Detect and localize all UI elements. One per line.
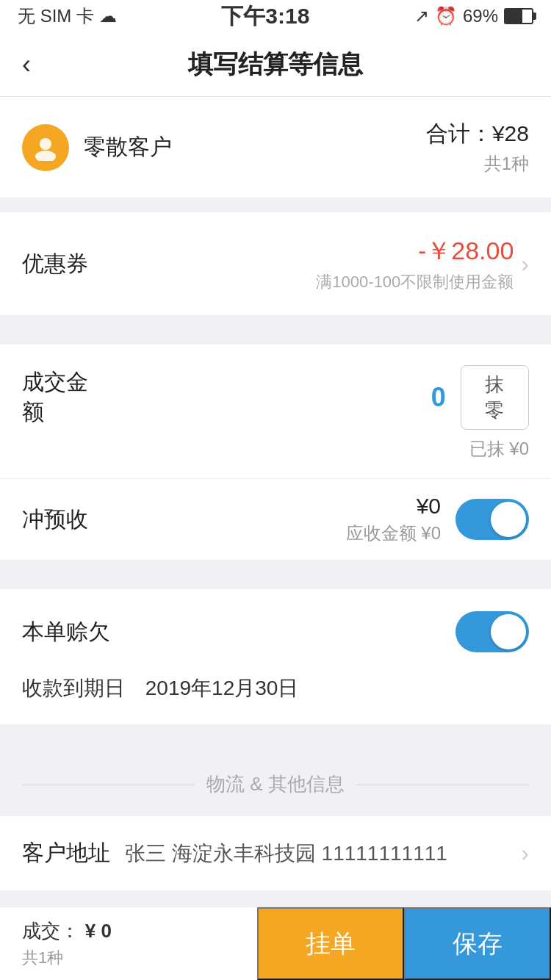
advance-row: 冲预收 ¥0 应收金额 ¥0: [0, 478, 551, 560]
status-bar: 无 SIM 卡 ☁ 下午3:18 ↗ ⏰ 69%: [0, 0, 551, 32]
bottom-deal-count: 共1种: [22, 947, 235, 969]
coupon-section: 优惠券 -￥28.00 满1000-100不限制使用金额 ›: [0, 212, 551, 315]
coupon-amount: -￥28.00: [316, 234, 514, 268]
deal-amount-label: 成交金额: [22, 367, 109, 428]
location-icon: ↗: [414, 6, 429, 26]
debit-toggle[interactable]: [455, 611, 529, 652]
bottom-deal-label-row: 成交： ¥ 0: [22, 918, 235, 944]
status-time: 下午3:18: [221, 1, 309, 32]
status-left: 无 SIM 卡 ☁: [18, 4, 117, 28]
coupon-row[interactable]: 优惠券 -￥28.00 满1000-100不限制使用金额 ›: [0, 212, 551, 315]
deal-amount-input[interactable]: [109, 382, 445, 413]
hold-button[interactable]: 挂单: [257, 907, 404, 980]
total-count: 共1种: [426, 152, 529, 176]
logistics-label: 物流 & 其他信息: [195, 771, 356, 797]
section-gap-2: [0, 574, 551, 589]
advance-receivable: 应收金额 ¥0: [346, 522, 441, 545]
customer-total: 合计：¥28 共1种: [426, 119, 529, 176]
round-zero-button[interactable]: 抹零: [461, 365, 529, 430]
logistics-section: 物流 & 其他信息: [0, 754, 551, 815]
due-date-label: 收款到期日: [22, 677, 125, 699]
customer-row: 零散客户 合计：¥28 共1种: [0, 97, 551, 198]
battery-label: 69%: [463, 6, 498, 26]
address-label: 客户地址: [22, 838, 110, 868]
advance-amount-block: ¥0 应收金额 ¥0: [346, 494, 441, 545]
bottom-deal-label: 成交：: [22, 920, 79, 942]
status-right: ↗ ⏰ 69%: [414, 6, 533, 26]
coupon-value-block: -￥28.00 满1000-100不限制使用金额: [316, 234, 514, 293]
page-title: 填写结算等信息: [188, 48, 363, 82]
advance-amount: ¥0: [346, 494, 441, 519]
bottom-deal-amount: ¥ 0: [85, 920, 112, 942]
advance-right: ¥0 应收金额 ¥0: [346, 494, 529, 545]
coupon-desc: 满1000-100不限制使用金额: [316, 271, 514, 293]
back-button[interactable]: ‹: [22, 49, 66, 80]
total-amount: 合计：¥28: [426, 119, 529, 149]
svg-point-0: [40, 138, 51, 150]
save-button[interactable]: 保存: [404, 907, 551, 980]
address-chevron-icon: ›: [521, 840, 529, 867]
battery-icon: [504, 8, 533, 24]
deal-amount-right: 抹零: [109, 365, 529, 430]
bottom-deal-info: 成交： ¥ 0 共1种: [0, 907, 257, 980]
debit-row: 本单赊欠: [0, 589, 551, 674]
customer-left: 零散客户: [22, 124, 172, 171]
coupon-chevron-icon: ›: [521, 251, 529, 278]
bottom-bar: 成交： ¥ 0 共1种 挂单 保存: [0, 907, 551, 980]
alarm-icon: ⏰: [435, 6, 457, 26]
advance-toggle-knob: [491, 502, 526, 537]
svg-point-1: [35, 151, 56, 161]
customer-section: 零散客户 合计：¥28 共1种: [0, 97, 551, 198]
customer-avatar: [22, 124, 69, 171]
debit-toggle-knob: [491, 614, 526, 649]
advance-label: 冲预收: [22, 505, 88, 535]
address-section[interactable]: 客户地址 张三 海淀永丰科技园 11111111111 ›: [0, 816, 551, 890]
advance-toggle[interactable]: [455, 499, 529, 540]
already-rounded-label: 已抹 ¥0: [0, 437, 551, 478]
coupon-right: -￥28.00 满1000-100不限制使用金额 ›: [316, 234, 529, 293]
main-content: 零散客户 合计：¥28 共1种 优惠券 -￥28.00 满1000-100不限制…: [0, 97, 551, 980]
address-value: 张三 海淀永丰科技园 11111111111: [125, 840, 521, 868]
debit-label: 本单赊欠: [22, 617, 110, 647]
due-date-row: 收款到期日 2019年12月30日: [0, 674, 551, 724]
deal-advance-section: 成交金额 抹零 已抹 ¥0 冲预收 ¥0 应收金额 ¥0: [0, 345, 551, 560]
coupon-label: 优惠券: [22, 249, 88, 279]
no-sim-label: 无 SIM 卡 ☁: [18, 4, 117, 28]
due-date-value: 2019年12月30日: [145, 677, 299, 699]
section-gap-1: [0, 330, 551, 345]
customer-name: 零散客户: [84, 132, 172, 162]
deal-amount-row: 成交金额 抹零: [0, 345, 551, 437]
section-gap-3: [0, 739, 551, 754]
debit-section: 本单赊欠 收款到期日 2019年12月30日: [0, 589, 551, 724]
nav-bar: ‹ 填写结算等信息: [0, 32, 551, 97]
